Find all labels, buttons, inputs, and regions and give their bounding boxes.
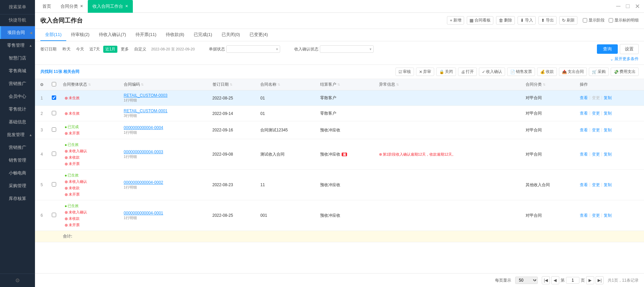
edit-action[interactable]: 变更 [592,111,600,116]
filter-tab-pending-invoice[interactable]: 待开票(11) [131,29,161,41]
first-page-btn[interactable]: |◀ [542,276,550,284]
show-stage-input[interactable] [583,18,587,23]
sidebar-item-9[interactable]: 营销推广 [0,141,35,154]
sidebar-item-0[interactable]: 项目合同 ◀ [0,26,35,39]
sidebar-item-8[interactable]: 批发管理 ▲ [0,128,35,141]
row-checkbox[interactable] [52,182,56,187]
show-detail-input[interactable] [609,18,613,23]
sidebar-item-7[interactable]: 基础信息 [0,116,35,128]
review-button[interactable]: ☑ 审核 [395,68,414,76]
edit-action[interactable]: 变更 [592,182,600,188]
tab-income-workbench[interactable]: 收入合同工作台 ✕ [88,0,133,13]
copy-action[interactable]: 复制 [604,111,612,116]
tab-contract-category-close[interactable]: ✕ [80,4,83,8]
contract-code-link[interactable]: RETAIL_CUSTOM-0001 [124,109,167,113]
copy-action[interactable]: 复制 [604,213,612,218]
edit-action[interactable]: 变更 [592,127,600,133]
date-btn-7days[interactable]: 近7天 [87,46,102,53]
abandon-review-button[interactable]: ✕ 弃审 [416,68,434,76]
date-btn-today[interactable]: 今天 [74,46,86,53]
contract-code-link[interactable]: 0000000000004-0004 [124,125,163,130]
row-checkbox[interactable] [52,111,56,115]
copy-action[interactable]: 复制 [604,152,612,157]
open-button[interactable]: 🖨 打开 [458,68,477,76]
sidebar-item-11[interactable]: 小畅电商 [0,167,35,179]
expense-button[interactable]: 💸 费用支出 [611,68,639,76]
edit-action[interactable]: 变更 [592,152,600,157]
purchase-button[interactable]: 🛒 采购 [589,68,609,76]
sidebar-item-2[interactable]: 智慧门店 [0,52,35,65]
row-checkbox[interactable] [52,127,56,132]
filter-tab-closed[interactable]: 已关闭(0) [217,29,245,41]
edit-action[interactable]: 变更 [592,95,600,101]
next-page-btn[interactable]: ▶ [586,276,594,284]
sidebar-settings[interactable]: ⚙ [0,274,35,287]
copy-action[interactable]: 复制 [604,127,612,133]
close-button[interactable]: 🔒 关闭 [436,68,456,76]
payment-button[interactable]: 💰 收款 [537,68,557,76]
sidebar-item-10[interactable]: 销售管理 [0,154,35,167]
row-checkbox[interactable] [52,95,56,100]
confirm-select[interactable] [320,45,374,53]
copy-action[interactable]: 复制 [604,182,612,188]
contract-board-button[interactable]: ▦ 合同看板 [467,16,493,25]
contract-code-link[interactable]: 0000000000004-0001 [124,211,163,215]
sidebar-item-6[interactable]: 零售统计 [0,103,35,116]
copy-action[interactable]: 复制 [604,95,612,101]
sidebar-nav[interactable]: 快捷导航 [0,14,35,26]
sidebar-item-13[interactable]: 库存核算 [0,192,35,205]
edit-action[interactable]: 变更 [592,213,600,218]
settings-button[interactable]: 设置 [620,44,639,54]
sidebar-item-4[interactable]: 营销推广 [0,77,35,90]
view-action[interactable]: 查看 [580,111,588,116]
current-page-input[interactable] [566,277,579,284]
contract-code-link[interactable]: RETAIL_CUSTOM-0003 [124,93,167,98]
import-button[interactable]: ⬇ 导入 [518,16,536,25]
expense-contract-button[interactable]: 📤 支出合同 [559,68,587,76]
view-action[interactable]: 查看 [580,213,588,218]
page-size-select[interactable]: 50 10 20 100 [515,277,538,284]
export-button[interactable]: ⬆ 导出 [538,16,557,25]
income-confirm-button[interactable]: ✓ 收入确认 [479,68,505,76]
refresh-button[interactable]: ↻ 刷新 [559,16,577,25]
row-checkbox[interactable] [52,152,56,156]
window-minimize-btn[interactable]: ─ [615,2,622,10]
filter-tab-pending-confirm[interactable]: 待收入确认(7) [94,29,131,41]
tab-income-workbench-close[interactable]: ✕ [125,4,128,8]
filter-tab-completed[interactable]: 已完成(1) [189,29,217,41]
sidebar-item-3[interactable]: 零售商城 [0,65,35,77]
last-page-btn[interactable]: ▶| [596,276,604,284]
sales-invoice-button[interactable]: 📄 销售发票 [507,68,535,76]
date-btn-more[interactable]: 更多 [119,46,131,53]
sidebar-search[interactable]: 搜索菜单 [0,0,35,14]
show-detail-checkbox[interactable]: 显示标的明细 [609,17,639,23]
row-checkbox[interactable] [52,213,56,217]
window-close-btn[interactable]: ✕ [634,2,641,11]
filter-tab-pending-payment[interactable]: 待收款(8) [161,29,189,41]
date-btn-1month[interactable]: 近1月 [103,46,118,53]
select-all-checkbox[interactable] [52,82,56,86]
filter-tab-changed[interactable]: 已变更(4) [245,29,273,41]
view-action[interactable]: 查看 [580,127,588,133]
filter-tab-pending-review[interactable]: 待审核(2) [66,29,94,41]
view-action[interactable]: 查看 [580,152,588,157]
delete-button[interactable]: 🗑 删除 [496,16,515,25]
window-maximize-btn[interactable]: □ [624,2,631,10]
contract-code-link[interactable]: 0000000000004-0002 [124,180,163,185]
date-btn-custom[interactable]: 自定义 [132,46,148,53]
contract-code-link[interactable]: 0000000000004-0003 [124,150,163,154]
query-button[interactable]: 查询 [597,44,618,54]
add-button[interactable]: + 新增 [447,16,464,25]
status-select[interactable] [226,45,280,53]
tab-home[interactable]: 首页 [38,0,56,13]
tab-contract-category[interactable]: 合同分类 ✕ [56,0,88,13]
sidebar-item-5[interactable]: 会员中心 [0,90,35,103]
filter-tab-all[interactable]: 全部(11) [40,29,66,41]
view-action[interactable]: 查看 [580,182,588,188]
expand-filter-button[interactable]: ⌄ 展开更多条件 [610,56,639,62]
prev-page-btn[interactable]: ◀ [551,276,559,284]
date-btn-yesterday[interactable]: 昨天 [61,46,73,53]
sidebar-item-12[interactable]: 采购管理 [0,179,35,192]
view-action[interactable]: 查看 [580,95,588,101]
sidebar-item-1[interactable]: 零售管理 ▲ [0,39,35,52]
